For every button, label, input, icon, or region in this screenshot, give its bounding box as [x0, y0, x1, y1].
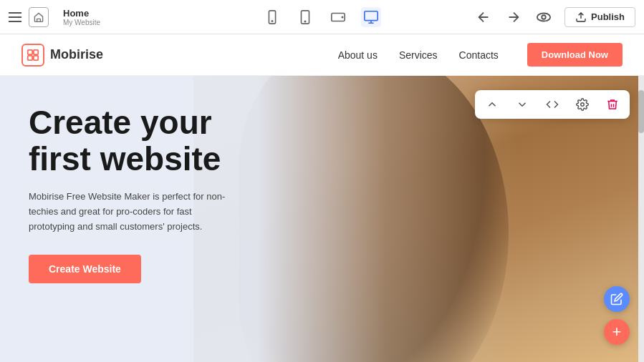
svg-point-4	[305, 21, 306, 21]
preview-area: Mobirise About us Services Contacts Down…	[0, 34, 644, 362]
nav-link-about[interactable]: About us	[338, 49, 378, 61]
hero-title: Create your first website	[29, 104, 272, 177]
site-navbar: Mobirise About us Services Contacts Down…	[0, 34, 644, 76]
svg-rect-12	[34, 49, 38, 54]
publish-button[interactable]: Publish	[564, 7, 635, 27]
svg-point-6	[342, 16, 343, 17]
site-cta-button[interactable]: Download Now	[527, 43, 623, 67]
move-down-button[interactable]	[512, 94, 532, 114]
block-toolbar	[475, 90, 630, 119]
svg-rect-11	[28, 49, 32, 54]
device-switcher	[219, 7, 424, 27]
forward-button[interactable]	[504, 8, 523, 26]
scrollbar-thumb[interactable]	[638, 90, 644, 133]
nav-link-contacts[interactable]: Contacts	[459, 49, 499, 61]
plus-icon: +	[612, 323, 622, 341]
toolbar-left: Home My Website	[9, 7, 213, 27]
logo-text: Mobirise	[50, 47, 103, 62]
preview-button[interactable]	[534, 8, 553, 26]
mobile-view-button[interactable]	[262, 7, 282, 27]
svg-rect-14	[34, 55, 38, 59]
page-subtitle: My Website	[63, 19, 100, 26]
site-logo: Mobirise	[21, 44, 338, 67]
tablet-landscape-view-button[interactable]	[328, 7, 348, 27]
svg-point-2	[272, 20, 273, 21]
fab-edit-button[interactable]	[604, 286, 630, 312]
hero-cta-button[interactable]: Create Website	[29, 255, 141, 283]
home-icon	[29, 7, 49, 27]
back-button[interactable]	[474, 8, 493, 26]
logo-icon	[21, 44, 44, 67]
move-up-button[interactable]	[482, 94, 502, 114]
svg-point-9	[542, 15, 546, 19]
site-nav-links: About us Services Contacts Download Now	[338, 43, 623, 67]
hero-section: Create your first website Mobirise Free …	[0, 76, 644, 362]
app-toolbar: Home My Website	[0, 0, 644, 34]
toolbar-right: Publish	[431, 7, 635, 27]
nav-link-services[interactable]: Services	[399, 49, 438, 61]
hero-subtitle: Mobirise Free Website Maker is perfect f…	[29, 190, 236, 234]
page-title: Home	[63, 8, 100, 19]
delete-button[interactable]	[602, 94, 623, 114]
scrollbar[interactable]	[638, 76, 644, 362]
desktop-view-button[interactable]	[361, 7, 381, 27]
hero-content: Create your first website Mobirise Free …	[0, 76, 301, 312]
svg-rect-13	[28, 55, 32, 59]
svg-rect-7	[365, 11, 378, 20]
page-info: Home My Website	[63, 8, 100, 26]
hamburger-menu[interactable]	[9, 12, 21, 22]
edit-code-button[interactable]	[542, 94, 562, 114]
tablet-portrait-view-button[interactable]	[295, 7, 315, 27]
fab-add-button[interactable]: +	[604, 319, 630, 345]
settings-button[interactable]	[572, 94, 592, 114]
svg-rect-0	[37, 19, 41, 21]
svg-point-8	[537, 13, 550, 21]
svg-point-15	[581, 103, 585, 107]
